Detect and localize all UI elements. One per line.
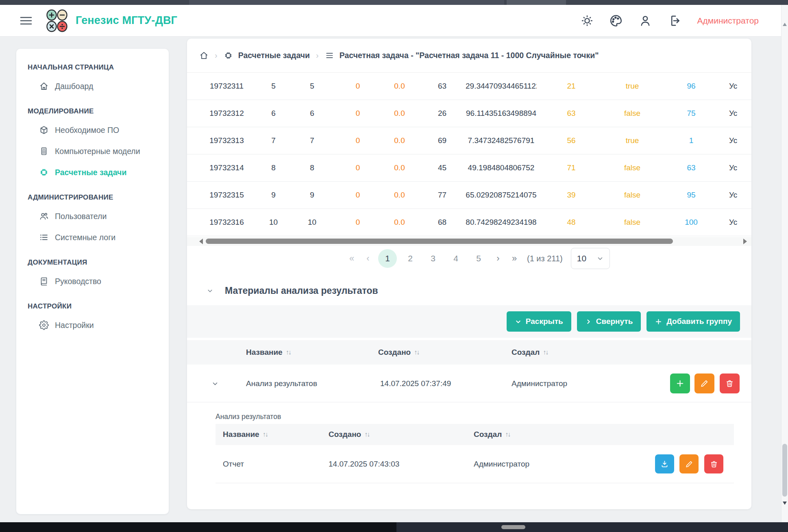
table-cell: 29.344709344651122 xyxy=(466,82,537,91)
pagination-info: (1 из 211) xyxy=(527,254,563,263)
sidebar-item-label: Компьютерные модели xyxy=(55,147,140,156)
column-header-author[interactable]: Создал↑↓ xyxy=(512,340,548,365)
breadcrumb-item[interactable]: Расчетные задачи xyxy=(238,51,310,60)
table-cell: 49.1984804806752 xyxy=(466,163,537,172)
scroll-up-arrow-icon[interactable] xyxy=(783,23,787,26)
download-material-button[interactable] xyxy=(655,454,674,473)
page-vertical-scrollbar[interactable] xyxy=(781,5,788,522)
table-cell: 63 xyxy=(537,109,606,118)
pagination-page-button[interactable]: 5 xyxy=(469,249,488,268)
table-cell: 0.0 xyxy=(380,218,419,227)
sidebar-item-dashboard[interactable]: Дашбоард xyxy=(28,76,159,97)
horizontal-scrollbar-thumb[interactable] xyxy=(206,239,673,244)
sort-icon[interactable]: ↑↓ xyxy=(263,431,268,438)
collapse-all-button[interactable]: Свернуть xyxy=(577,311,641,332)
app-header: Генезис МГТУ-ДВГ Администратор xyxy=(0,5,788,37)
column-header-created[interactable]: Создано↑↓ xyxy=(329,424,369,445)
delete-material-button[interactable] xyxy=(704,454,723,473)
home-icon[interactable] xyxy=(199,51,209,60)
column-header-name[interactable]: Название↑↓ xyxy=(223,424,268,445)
sidebar-item-label: Руководство xyxy=(55,277,101,286)
app-title: Генезис МГТУ-ДВГ xyxy=(76,14,177,27)
app-window: Генезис МГТУ-ДВГ Администратор НАЧАЛЬНАЯ… xyxy=(0,0,788,532)
sidebar-item-label: Системные логи xyxy=(55,233,115,242)
column-header-created[interactable]: Создано↑↓ xyxy=(378,340,419,365)
collapse-chevron-icon[interactable] xyxy=(207,287,213,294)
table-cell: 19732313 xyxy=(187,136,258,145)
table-cell: 19732316 xyxy=(187,218,258,227)
sidebar-item-label: Расчетные задачи xyxy=(55,168,126,177)
edit-material-button[interactable] xyxy=(679,454,699,473)
material-row[interactable]: Отчет 14.07.2025 07:43:03 Администратор xyxy=(216,445,734,483)
table-cell: 8 xyxy=(258,163,289,172)
sidebar-item-software[interactable]: Необходимое ПО xyxy=(28,119,159,141)
pagination-next-button[interactable]: › xyxy=(492,253,504,264)
chevron-down-icon xyxy=(596,255,604,262)
breadcrumb-separator: › xyxy=(214,51,218,60)
pagination-page-button[interactable]: 3 xyxy=(424,249,442,268)
sidebar-item-settings[interactable]: Настройки xyxy=(28,315,159,336)
table-cell: true xyxy=(606,136,659,145)
material-author: Администратор xyxy=(474,445,529,483)
table-cell: 7.34732482576791 xyxy=(466,136,537,145)
delete-group-button[interactable] xyxy=(720,373,740,393)
sidebar-item-calculation-tasks[interactable]: Расчетные задачи xyxy=(28,162,159,183)
table-cell: true xyxy=(606,82,659,91)
table-cell: Ус xyxy=(724,109,751,118)
logout-icon[interactable] xyxy=(668,14,681,28)
pagination-page-button[interactable]: 2 xyxy=(401,249,420,268)
sort-icon[interactable]: ↑↓ xyxy=(364,431,369,438)
menu-toggle-button[interactable] xyxy=(19,14,33,28)
table-cell: 39 xyxy=(537,191,606,200)
scroll-down-arrow-icon[interactable] xyxy=(783,502,787,505)
table-cell: Ус xyxy=(724,136,751,145)
column-header-name[interactable]: Название↑↓ xyxy=(246,340,291,365)
pagination-page-button[interactable]: 1 xyxy=(378,249,397,268)
scroll-right-arrow-icon[interactable] xyxy=(743,239,747,244)
table-row[interactable]: 197323126600.02696.1143516349889463false… xyxy=(187,100,751,127)
table-horizontal-scrollbar[interactable] xyxy=(187,237,751,246)
table-cell: 0.0 xyxy=(380,82,419,91)
page-size-select[interactable]: 10 xyxy=(571,248,610,269)
pagination-pages: 12345 xyxy=(378,249,488,268)
sort-icon[interactable]: ↑↓ xyxy=(286,349,291,356)
chevron-right-icon xyxy=(585,318,592,325)
theme-sun-icon[interactable] xyxy=(581,14,594,27)
scroll-left-arrow-icon[interactable] xyxy=(199,239,203,244)
group-table-header: Название↑↓ Создано↑↓ Создал↑↓ xyxy=(187,340,751,365)
table-row[interactable]: 197323115500.06329.34470934465112221true… xyxy=(187,73,751,100)
palette-icon[interactable] xyxy=(609,14,623,28)
table-row[interactable]: 197323148800.04549.198480480675271false6… xyxy=(187,154,751,182)
vertical-scrollbar-thumb[interactable] xyxy=(782,444,787,497)
row-expand-chevron-icon[interactable] xyxy=(211,380,219,389)
browser-top-segment xyxy=(189,0,504,5)
book-icon xyxy=(39,276,49,286)
user-profile-icon[interactable] xyxy=(638,14,652,28)
browser-tab-segment xyxy=(507,0,566,5)
sidebar-item-manual[interactable]: Руководство xyxy=(28,271,159,292)
group-row[interactable]: Анализ результатов 14.07.2025 07:37:49 А… xyxy=(187,365,751,402)
table-row[interactable]: 197323137700.0697.3473248257679156true1У… xyxy=(187,127,751,154)
sort-icon[interactable]: ↑↓ xyxy=(414,349,419,356)
edit-group-button[interactable] xyxy=(694,373,714,393)
pagination-last-button[interactable]: » xyxy=(508,253,520,264)
pagination-first-button[interactable]: « xyxy=(346,253,358,264)
sidebar-item-users[interactable]: Пользователи xyxy=(28,206,159,227)
table-cell: 71 xyxy=(537,163,606,172)
sidebar-section-heading: АДМИНИСТРИРОВАНИЕ xyxy=(28,193,159,202)
table-row[interactable]: 197323159900.07765.0292087521407539false… xyxy=(187,182,751,209)
sidebar-section-heading: МОДЕЛИРОВАНИЕ xyxy=(28,107,159,115)
add-group-button[interactable]: Добавить группу xyxy=(647,311,740,332)
table-row[interactable]: 19732316101000.06880.7429824923419848fal… xyxy=(187,209,751,236)
sidebar-item-system-logs[interactable]: Системные логи xyxy=(28,227,159,248)
sort-icon[interactable]: ↑↓ xyxy=(505,431,510,438)
add-material-button[interactable] xyxy=(670,373,690,393)
user-role-label[interactable]: Администратор xyxy=(697,16,759,26)
sidebar-item-computer-models[interactable]: Компьютерные модели xyxy=(28,141,159,162)
pagination-page-button[interactable]: 4 xyxy=(446,249,465,268)
sort-icon[interactable]: ↑↓ xyxy=(543,349,548,356)
bottom-scrollbar-thumb[interactable] xyxy=(501,525,525,529)
column-header-author[interactable]: Создал↑↓ xyxy=(474,424,510,445)
pagination-prev-button[interactable]: ‹ xyxy=(362,253,374,264)
expand-all-button[interactable]: Раскрыть xyxy=(507,311,571,332)
